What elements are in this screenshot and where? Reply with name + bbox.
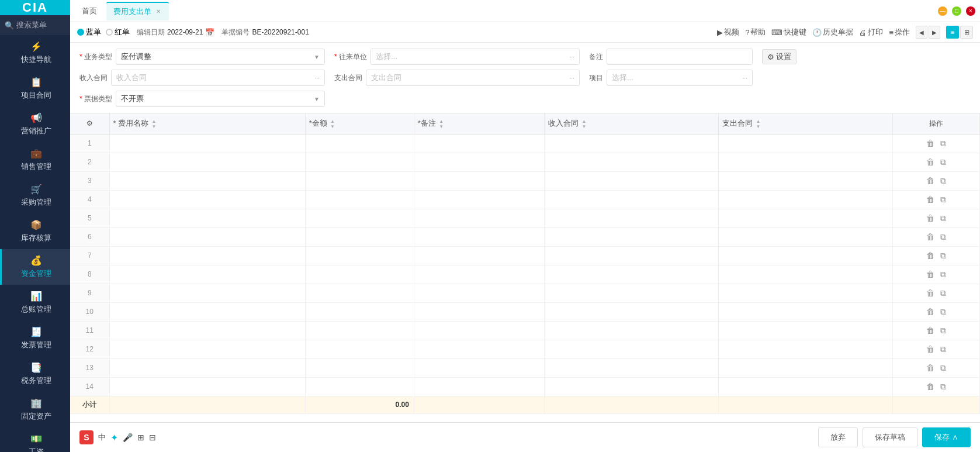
expense-contract-cell-1[interactable]	[719, 134, 893, 153]
remark-cell-1[interactable]	[414, 134, 544, 153]
delete-row-btn-6[interactable]: 🗑	[925, 231, 936, 243]
copy-row-btn-5[interactable]: ⧉	[939, 212, 947, 225]
copy-row-btn-6[interactable]: ⧉	[939, 231, 947, 243]
th-expense-name[interactable]: * 费用名称 ▲▼	[109, 113, 305, 134]
expense-contract-cell-4[interactable]	[719, 190, 893, 209]
nav-next-btn[interactable]: ▶	[929, 26, 940, 39]
amount-cell-14[interactable]	[305, 377, 414, 396]
th-remark[interactable]: *备注 ▲▼	[414, 113, 544, 134]
amount-cell-13[interactable]	[305, 358, 414, 377]
expense-name-cell-14[interactable]	[109, 377, 305, 396]
income-contract-cell-13[interactable]	[545, 358, 719, 377]
tab-expense-bill[interactable]: 费用支出单 ✕	[106, 2, 169, 20]
radio-blue[interactable]: 蓝单	[77, 27, 101, 37]
remark-cell-9[interactable]	[414, 284, 544, 302]
expense-name-cell-1[interactable]	[109, 134, 305, 153]
save-btn[interactable]: 保存 ∧	[922, 427, 971, 447]
amount-cell-10[interactable]	[305, 302, 414, 321]
expense-name-cell-13[interactable]	[109, 358, 305, 377]
amount-cell-9[interactable]	[305, 284, 414, 302]
income-contract-cell-2[interactable]	[545, 153, 719, 171]
tab-expense-bill-close[interactable]: ✕	[155, 8, 162, 15]
amount-cell-4[interactable]	[305, 190, 414, 209]
amount-cell-7[interactable]	[305, 246, 414, 265]
income-contract-cell-1[interactable]	[545, 134, 719, 153]
discard-btn[interactable]: 放弃	[818, 427, 858, 447]
business-type-input[interactable]: 应付调整 ▼	[116, 49, 325, 65]
delete-row-btn-3[interactable]: 🗑	[925, 175, 936, 187]
expense-contract-cell-13[interactable]	[719, 358, 893, 377]
amount-cell-6[interactable]	[305, 227, 414, 246]
expense-contract-cell-5[interactable]	[719, 209, 893, 227]
income-contract-cell-3[interactable]	[545, 171, 719, 190]
expense-name-cell-5[interactable]	[109, 209, 305, 227]
expense-contract-cell-9[interactable]	[719, 284, 893, 302]
delete-row-btn-10[interactable]: 🗑	[925, 306, 936, 318]
copy-row-btn-12[interactable]: ⧉	[939, 343, 947, 356]
sidebar-item-capital-mgmt[interactable]: 💰 资金管理	[0, 249, 70, 285]
amount-cell-2[interactable]	[305, 153, 414, 171]
expense-name-cell-6[interactable]	[109, 227, 305, 246]
sidebar-item-invoice-mgmt[interactable]: 🧾 发票管理	[0, 320, 70, 356]
income-contract-cell-14[interactable]	[545, 377, 719, 396]
remark-cell-11[interactable]	[414, 321, 544, 340]
expense-name-cell-11[interactable]	[109, 321, 305, 340]
amount-cell-11[interactable]	[305, 321, 414, 340]
remark-cell-4[interactable]	[414, 190, 544, 209]
sidebar-item-sales-mgmt[interactable]: 💼 销售管理	[0, 142, 70, 178]
expense-contract-cell-3[interactable]	[719, 171, 893, 190]
th-expense-contract[interactable]: 支出合同 ▲▼	[719, 113, 893, 134]
sidebar-item-tax-mgmt[interactable]: 📑 税务管理	[0, 356, 70, 392]
calendar-icon[interactable]: 📅	[205, 28, 214, 37]
copy-row-btn-7[interactable]: ⧉	[939, 250, 947, 262]
remark-cell-6[interactable]	[414, 227, 544, 246]
copy-row-btn-10[interactable]: ⧉	[939, 306, 947, 318]
shortcut-btn[interactable]: ⌨ 快捷键	[771, 27, 806, 37]
expense-name-cell-10[interactable]	[109, 302, 305, 321]
th-income-contract[interactable]: 收入合同 ▲▼	[545, 113, 719, 134]
print-btn[interactable]: 🖨 打印	[859, 27, 883, 37]
income-contract-cell-9[interactable]	[545, 284, 719, 302]
copy-row-btn-9[interactable]: ⧉	[939, 287, 947, 299]
remark-cell-13[interactable]	[414, 358, 544, 377]
delete-row-btn-12[interactable]: 🗑	[925, 343, 936, 356]
remark-cell-14[interactable]	[414, 377, 544, 396]
expense-name-cell-7[interactable]	[109, 246, 305, 265]
sidebar-item-payroll[interactable]: 💵 工资	[0, 427, 70, 452]
income-contract-cell-6[interactable]	[545, 227, 719, 246]
copy-row-btn-11[interactable]: ⧉	[939, 325, 947, 337]
delete-row-btn-5[interactable]: 🗑	[925, 212, 936, 225]
close-btn[interactable]: ×	[966, 6, 975, 16]
sidebar-item-inventory[interactable]: 📦 库存核算	[0, 213, 70, 249]
setting-btn[interactable]: ⚙ 设置	[762, 49, 797, 64]
operation-btn[interactable]: ≡ 操作	[889, 27, 910, 37]
delete-row-btn-13[interactable]: 🗑	[925, 362, 936, 374]
amount-cell-12[interactable]	[305, 340, 414, 358]
expense-name-cell-8[interactable]	[109, 265, 305, 284]
income-contract-cell-11[interactable]	[545, 321, 719, 340]
invoice-type-input[interactable]: 不开票 ▼	[116, 91, 325, 107]
expense-contract-cell-6[interactable]	[719, 227, 893, 246]
copy-row-btn-4[interactable]: ⧉	[939, 194, 947, 206]
project-input[interactable]: 选择... ···	[607, 70, 753, 86]
expense-name-cell-2[interactable]	[109, 153, 305, 171]
list-view-btn[interactable]: ≡	[946, 26, 959, 39]
delete-row-btn-9[interactable]: 🗑	[925, 287, 936, 299]
sidebar-item-marketing[interactable]: 📢 营销推广	[0, 106, 70, 142]
income-contract-cell-4[interactable]	[545, 190, 719, 209]
delete-row-btn-1[interactable]: 🗑	[925, 137, 936, 150]
tab-home[interactable]: 首页	[75, 2, 104, 20]
video-btn[interactable]: ▶ 视频	[717, 27, 739, 37]
remark-cell-5[interactable]	[414, 209, 544, 227]
copy-row-btn-1[interactable]: ⧉	[939, 137, 947, 150]
expense-name-cell-12[interactable]	[109, 340, 305, 358]
sidebar-search[interactable]: 🔍 搜索菜单	[0, 15, 70, 35]
th-amount[interactable]: *金额 ▲▼	[305, 113, 414, 134]
delete-row-btn-4[interactable]: 🗑	[925, 194, 936, 206]
income-contract-cell-5[interactable]	[545, 209, 719, 227]
minimize-btn[interactable]: —	[938, 6, 947, 16]
save-draft-btn[interactable]: 保存草稿	[863, 427, 917, 447]
delete-row-btn-7[interactable]: 🗑	[925, 250, 936, 262]
delete-row-btn-11[interactable]: 🗑	[925, 325, 936, 337]
grid-view-btn[interactable]: ⊞	[960, 26, 973, 39]
